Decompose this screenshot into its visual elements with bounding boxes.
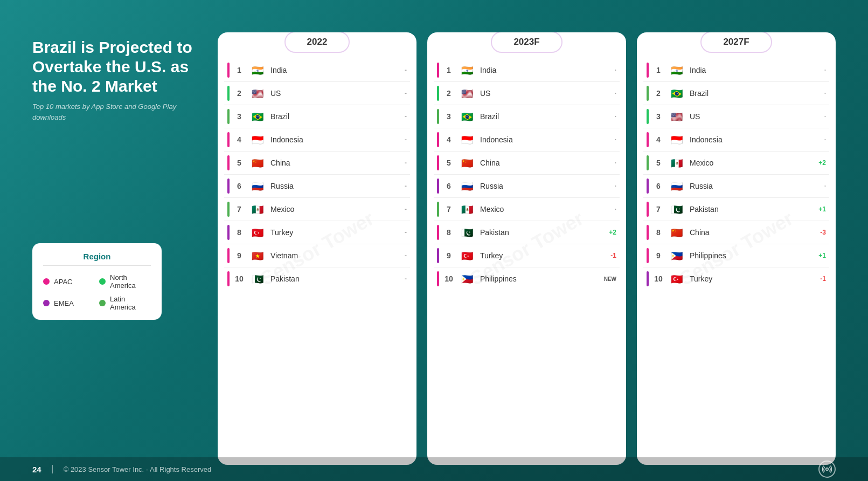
rank-change: · <box>807 113 826 120</box>
country-name: Mexico <box>270 205 383 214</box>
rank-change: +1 <box>807 205 826 213</box>
rank-number: 2 <box>234 89 245 98</box>
rank-number: 2 <box>443 89 454 98</box>
rank-change: - <box>387 66 407 74</box>
left-panel: Brazil is Projected to Overtake the U.S.… <box>32 32 205 465</box>
rank-change: - <box>387 205 407 213</box>
rank-number: 3 <box>234 112 245 121</box>
table-row: 7🇵🇰Pakistan+1 <box>643 198 829 221</box>
rank-number: 2 <box>653 89 664 98</box>
rank-number: 6 <box>653 182 664 190</box>
legend-grid: APACNorth AmericaEMEALatin America <box>43 273 151 311</box>
table-row: 8🇹🇷Turkey- <box>224 221 410 244</box>
rank-number: 9 <box>443 251 454 260</box>
table-row: 2🇺🇸US- <box>224 82 410 105</box>
country-flag: 🇺🇸 <box>668 111 685 122</box>
rank-bar <box>437 155 439 170</box>
rank-bar <box>437 132 439 147</box>
rank-change: - <box>387 136 407 143</box>
table-row: 8🇨🇳China-3 <box>643 221 829 244</box>
country-name: Indonesia <box>690 135 802 144</box>
country-flag: 🇨🇳 <box>668 226 685 238</box>
rank-bar <box>647 63 649 78</box>
main-container: Brazil is Projected to Overtake the U.S.… <box>0 0 868 481</box>
country-name: Indonesia <box>270 135 383 144</box>
rank-number: 10 <box>443 274 454 283</box>
country-flag: 🇺🇸 <box>459 87 476 99</box>
country-name: Brazil <box>480 112 593 121</box>
country-flag: 🇲🇽 <box>668 157 685 169</box>
table-row: 6🇷🇺Russia· <box>434 175 620 198</box>
country-name: Philippines <box>690 251 802 260</box>
rank-bar <box>437 248 439 263</box>
rank-number: 4 <box>443 135 454 144</box>
rank-change: +1 <box>807 252 826 259</box>
rank-change: - <box>387 275 407 283</box>
rank-number: 4 <box>653 135 664 144</box>
country-name: Turkey <box>270 228 383 237</box>
rank-change: NEW <box>597 276 616 282</box>
rank-number: 1 <box>443 66 454 74</box>
rank-bar <box>227 63 230 78</box>
rank-bar <box>227 178 230 194</box>
country-name: US <box>480 89 593 98</box>
country-flag: 🇻🇳 <box>249 250 266 262</box>
country-flag: 🇷🇺 <box>249 180 266 192</box>
rank-number: 1 <box>234 66 245 74</box>
country-name: India <box>690 66 802 74</box>
rank-bar <box>647 132 649 147</box>
rank-change: - <box>387 113 407 120</box>
table-row: 3🇺🇸US· <box>643 105 829 128</box>
legend-item-label: Latin America <box>110 295 151 311</box>
country-flag: 🇨🇳 <box>459 157 476 169</box>
footer-copyright: © 2023 Sensor Tower Inc. - All Rights Re… <box>64 465 212 473</box>
rank-number: 6 <box>234 182 245 190</box>
rank-number: 5 <box>234 159 245 167</box>
rank-change: - <box>387 229 407 236</box>
table-row: 4🇮🇩Indonesia· <box>434 128 620 152</box>
legend-title: Region <box>43 252 151 266</box>
legend-color-dot <box>43 278 50 285</box>
sensor-tower-logo <box>818 461 836 478</box>
legend-color-dot <box>99 278 106 285</box>
table-row: 9🇹🇷Turkey-1 <box>434 244 620 267</box>
rank-bar <box>227 271 230 286</box>
legend-item: APAC <box>43 273 95 290</box>
country-flag: 🇨🇳 <box>249 157 266 169</box>
country-name: China <box>480 159 593 167</box>
rank-number: 1 <box>653 66 664 74</box>
country-name: India <box>270 66 383 74</box>
rank-change: · <box>597 205 616 213</box>
rank-change: · <box>597 159 616 167</box>
rank-bar <box>647 178 649 194</box>
rank-bar <box>227 109 230 124</box>
rank-number: 9 <box>653 251 664 260</box>
table-rows: 1🇮🇳India·2🇧🇷Brazil·3🇺🇸US·4🇮🇩Indonesia·5🇲… <box>637 59 836 290</box>
table-row: 7🇲🇽Mexico· <box>434 198 620 221</box>
rank-change: · <box>597 90 616 97</box>
table-row: 6🇷🇺Russia· <box>643 175 829 198</box>
country-flag: 🇲🇽 <box>249 203 266 215</box>
country-flag: 🇮🇳 <box>459 64 476 76</box>
rank-change: - <box>387 252 407 259</box>
table-row: 1🇮🇳India· <box>434 59 620 82</box>
table-card-2027: 2027FSensor Tower1🇮🇳India·2🇧🇷Brazil·3🇺🇸U… <box>637 32 836 465</box>
country-flag: 🇹🇷 <box>249 226 266 238</box>
table-row: 3🇧🇷Brazil- <box>224 105 410 128</box>
country-name: China <box>270 159 383 167</box>
rank-bar <box>437 86 439 101</box>
table-row: 7🇲🇽Mexico- <box>224 198 410 221</box>
footer-divider <box>52 465 53 473</box>
rank-change: - <box>387 182 407 190</box>
rank-change: -3 <box>807 229 826 236</box>
rank-bar <box>227 225 230 240</box>
country-name: Brazil <box>690 89 802 98</box>
country-name: US <box>690 112 802 121</box>
table-row: 1🇮🇳India- <box>224 59 410 82</box>
country-flag: 🇲🇽 <box>459 203 476 215</box>
rank-number: 8 <box>443 228 454 237</box>
rank-change: · <box>597 182 616 190</box>
table-header-1: 2023F <box>491 32 562 53</box>
table-row: 10🇹🇷Turkey-1 <box>643 267 829 290</box>
table-row: 3🇧🇷Brazil· <box>434 105 620 128</box>
